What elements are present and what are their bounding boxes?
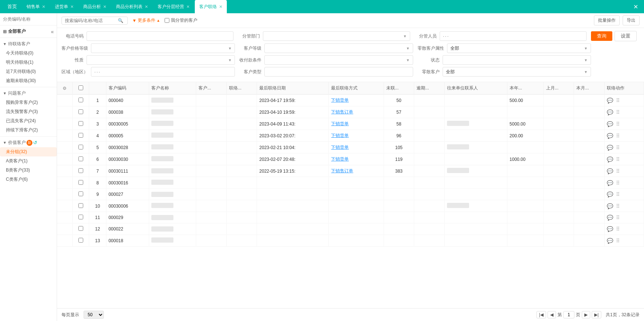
- chat-icon[interactable]: 💬: [607, 215, 613, 221]
- sidebar-item-ungrouped[interactable]: 未分组(32): [0, 147, 57, 156]
- row-last-method-cell[interactable]: 下销货单: [329, 142, 384, 154]
- sidebar-item-today[interactable]: 今天待联络(0): [0, 49, 57, 58]
- col-last-month[interactable]: 上月...: [543, 82, 574, 95]
- filter-more-conditions[interactable]: ▼ 更多条件 ▲: [132, 17, 160, 24]
- filter-search-input[interactable]: [65, 18, 116, 23]
- more-icon[interactable]: ⠿: [616, 133, 620, 139]
- col-overdue[interactable]: 逾期...: [414, 82, 445, 95]
- row-last-method-cell[interactable]: 下销货单: [329, 95, 384, 106]
- nav-home[interactable]: 首页: [3, 0, 21, 13]
- export-button[interactable]: 导出: [623, 15, 640, 25]
- chat-icon[interactable]: 💬: [607, 180, 613, 186]
- row-last-method-cell[interactable]: 下销售订单: [329, 106, 384, 118]
- chat-icon[interactable]: 💬: [607, 203, 613, 209]
- row-checkbox[interactable]: [78, 238, 83, 243]
- col-customer-type[interactable]: 客户...: [196, 82, 227, 95]
- close-analysis-tab[interactable]: ✕: [103, 4, 106, 9]
- col-last-method[interactable]: 最后联络方式: [329, 82, 384, 95]
- row-checkbox[interactable]: [78, 145, 83, 149]
- col-customer-name[interactable]: 客户名称: [149, 82, 196, 95]
- more-icon[interactable]: ⠿: [616, 191, 620, 197]
- row-last-method-cell[interactable]: 下销售订单: [329, 165, 384, 177]
- col-company-contact[interactable]: 往来单位联系人: [444, 82, 507, 95]
- window-close-button[interactable]: ✕: [630, 3, 641, 10]
- sidebar-item-declining[interactable]: 持续下滑客户(2): [0, 126, 57, 135]
- group-problem-customers[interactable]: ▼ 问题客户: [0, 89, 57, 98]
- sidebar-item-hoarding[interactable]: 囤购异常客户(2): [0, 98, 57, 107]
- more-icon[interactable]: ⠿: [616, 238, 620, 244]
- reset-button[interactable]: 设置: [615, 31, 637, 41]
- last-page-btn[interactable]: ▶|: [592, 311, 601, 318]
- more-icon[interactable]: ⠿: [616, 156, 620, 162]
- nav-tab-purchase[interactable]: 进货单 ✕: [50, 0, 78, 13]
- more-icon[interactable]: ⠿: [616, 145, 620, 151]
- more-icon[interactable]: ⠿: [616, 168, 620, 174]
- all-customers-header[interactable]: ⊞ 全部客户 «: [0, 25, 57, 36]
- row-checkbox[interactable]: [78, 98, 83, 102]
- row-checkbox[interactable]: [78, 168, 83, 173]
- chat-icon[interactable]: 💬: [607, 226, 613, 232]
- row-checkbox[interactable]: [78, 109, 83, 114]
- field-dept-select[interactable]: ▼: [263, 31, 410, 41]
- col-contact[interactable]: 联络...: [226, 82, 257, 95]
- filter-search-icon[interactable]: 🔍: [118, 18, 123, 23]
- field-price-level-select[interactable]: ▼: [91, 43, 235, 53]
- close-customer-tier-tab[interactable]: ✕: [186, 4, 190, 9]
- row-last-method-cell[interactable]: 下销货单: [329, 154, 384, 165]
- more-icon[interactable]: ⠿: [616, 121, 620, 127]
- col-this-month[interactable]: 本月...: [574, 82, 605, 95]
- field-payment-select[interactable]: ▼: [264, 55, 413, 65]
- chat-icon[interactable]: 💬: [607, 191, 613, 197]
- query-button[interactable]: 查询: [591, 31, 612, 41]
- col-settings[interactable]: ⚙: [57, 82, 72, 95]
- field-status-select[interactable]: ▼: [443, 55, 591, 65]
- more-icon[interactable]: ⠿: [616, 215, 620, 221]
- row-checkbox[interactable]: [78, 180, 83, 185]
- sidebar-item-churned[interactable]: 已流失客户(24): [0, 116, 57, 126]
- more-icon[interactable]: ⠿: [616, 226, 620, 232]
- chat-icon[interactable]: 💬: [607, 145, 613, 151]
- row-checkbox[interactable]: [78, 121, 83, 126]
- next-page-btn[interactable]: ▶: [582, 311, 590, 318]
- first-page-btn[interactable]: |◀: [536, 311, 546, 318]
- row-checkbox[interactable]: [78, 191, 83, 196]
- more-icon[interactable]: ⠿: [616, 203, 620, 209]
- chat-icon[interactable]: 💬: [607, 156, 613, 162]
- per-page-select[interactable]: 50 20 100: [84, 311, 104, 319]
- sidebar-item-overdue[interactable]: 逾期未联络(30): [0, 76, 57, 85]
- row-checkbox[interactable]: [78, 156, 83, 161]
- sidebar-item-tomorrow[interactable]: 明天待联络(1): [0, 58, 57, 67]
- collapse-sidebar-btn[interactable]: «: [51, 29, 54, 35]
- field-customer-level-select[interactable]: ▼: [264, 43, 413, 53]
- more-icon[interactable]: ⠿: [616, 109, 620, 115]
- chat-icon[interactable]: 💬: [607, 133, 613, 139]
- row-checkbox[interactable]: [78, 226, 83, 231]
- nav-tab-customer-contact[interactable]: 客户联络 ✕: [195, 0, 227, 13]
- refresh-icon[interactable]: ↺: [33, 140, 37, 145]
- field-phone-input[interactable]: [87, 31, 233, 41]
- page-input[interactable]: [563, 311, 574, 318]
- sidebar-item-class-b[interactable]: B类客户(33): [0, 166, 57, 175]
- col-this-year[interactable]: 本年...: [507, 82, 543, 95]
- field-retail-customer-select[interactable]: 全部 ▼: [443, 67, 591, 77]
- row-last-method-cell[interactable]: 下销货单: [329, 118, 384, 130]
- close-purchase-tab[interactable]: ✕: [70, 4, 74, 9]
- chat-icon[interactable]: 💬: [607, 168, 613, 174]
- chat-icon[interactable]: 💬: [607, 238, 613, 244]
- nav-tab-analysis[interactable]: 商品分析 ✕: [79, 0, 111, 13]
- group-pending-contact[interactable]: ▼ 待联络客户: [0, 39, 57, 49]
- chat-icon[interactable]: 💬: [607, 121, 613, 127]
- row-last-method-cell[interactable]: 下销货单: [329, 130, 384, 142]
- col-last-date[interactable]: 最后联络日期: [257, 82, 329, 95]
- field-manager-input[interactable]: ···: [440, 31, 587, 41]
- my-customers-checkbox[interactable]: [165, 18, 169, 23]
- sidebar-item-7days[interactable]: 近7天待联络(0): [0, 67, 57, 76]
- sidebar-item-churn-warning[interactable]: 流失预警客户(3): [0, 107, 57, 116]
- sidebar-search-input[interactable]: [3, 17, 57, 22]
- group-value-customers[interactable]: ▼ 价值客户 新 ↺: [0, 138, 57, 147]
- select-all-checkbox[interactable]: [78, 85, 83, 90]
- more-icon[interactable]: ⠿: [616, 98, 620, 103]
- nav-tab-sales[interactable]: 销售单 ✕: [22, 0, 50, 13]
- nav-tab-customer-tier[interactable]: 客户分层经营 ✕: [153, 0, 194, 13]
- sidebar-item-class-a[interactable]: A类客户(1): [0, 156, 57, 166]
